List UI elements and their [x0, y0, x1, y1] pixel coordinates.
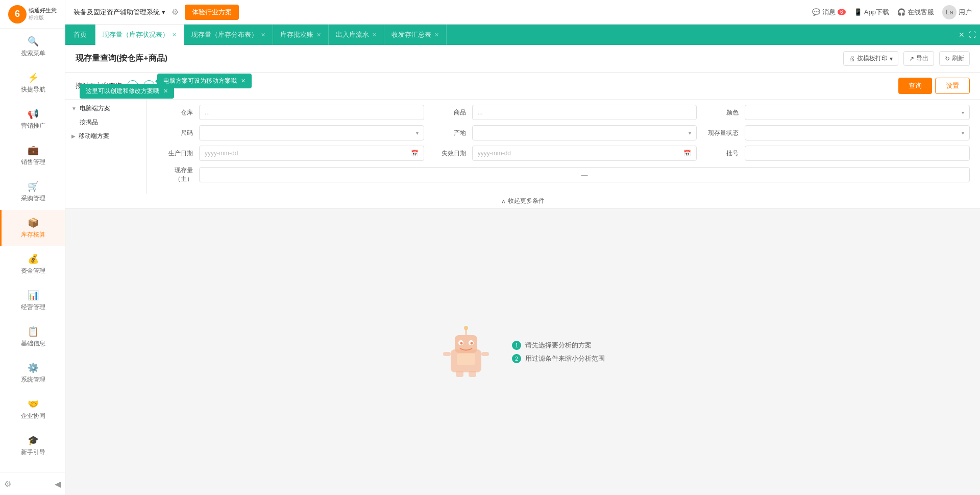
tree-item-mortage[interactable]: 按揭品: [65, 115, 146, 129]
sidebar-nav: 🔍 搜索菜单 ⚡ 快捷导航 📢 营销推广 💼 销售管理 🛒 采购管理 📦 库存核…: [0, 29, 65, 473]
create-tooltip-close[interactable]: ✕: [163, 88, 168, 95]
stock-status-label: 现存量状态: [703, 129, 739, 137]
settings-icon[interactable]: ⚙: [172, 7, 179, 17]
sidebar-item-enterprise[interactable]: 🤝 企业协同: [0, 391, 65, 428]
phone-icon: 📱: [854, 8, 862, 16]
tab-close-icon[interactable]: ✕: [316, 32, 321, 38]
page-actions: 🖨 按模板打印 ▾ ↗ 导出 ↻ 刷新: [843, 51, 970, 66]
stock-status-dropdown-icon: ▾: [962, 130, 964, 136]
sidebar-footer: ⚙ ◀: [0, 473, 65, 495]
tab-actions: ✕ ⛶: [954, 25, 980, 45]
message-label: 消息: [822, 8, 836, 17]
management-icon: 📊: [28, 290, 39, 301]
svg-rect-9: [481, 352, 489, 356]
tab-home-label: 首页: [74, 30, 87, 39]
refresh-button[interactable]: ↻ 刷新: [939, 51, 970, 66]
tree-item-mobile[interactable]: ▶ 移动端方案: [65, 129, 146, 143]
export-button[interactable]: ↗ 导出: [903, 51, 934, 66]
sidebar-item-management[interactable]: 📊 经营管理: [0, 282, 65, 319]
origin-dropdown-icon: ▾: [689, 130, 691, 136]
tab-close-icon[interactable]: ✕: [261, 32, 265, 38]
industry-button[interactable]: 体验行业方案: [185, 5, 239, 20]
search-icon: 🔍: [28, 36, 39, 47]
search-button[interactable]: 查询: [898, 78, 932, 94]
message-icon: 💬: [812, 8, 820, 16]
svg-rect-10: [456, 371, 463, 377]
sidebar-item-label: 资金管理: [21, 267, 45, 275]
tab-close-icon[interactable]: ✕: [372, 32, 377, 38]
tree-sub-label: 按揭品: [80, 118, 98, 127]
tab-inventory-status[interactable]: 现存量（库存状况表） ✕: [95, 25, 184, 45]
system-title-text: 装备及固定资产辅助管理系统: [74, 8, 160, 17]
tab-label: 现存量（库存分布表）: [191, 30, 258, 39]
sidebar: 6 畅通好生意 标准版 🔍 搜索菜单 ⚡ 快捷导航 📢 营销推广 💼 销售管理 …: [0, 0, 65, 495]
sidebar-item-sales[interactable]: 💼 销售管理: [0, 137, 65, 174]
set-button[interactable]: 设置: [935, 78, 970, 94]
production-date-input[interactable]: yyyy-mm-dd 📅: [199, 146, 424, 161]
settings-footer-icon[interactable]: ⚙: [4, 479, 11, 489]
user-item[interactable]: Ea 用户: [942, 5, 972, 19]
filter-body: ▼ 电脑端方案 按揭品 ▶ 移动端方案 这里可以创建和修改方案哦 ✕: [65, 100, 980, 194]
online-service-item[interactable]: 🎧 在线客服: [897, 8, 934, 17]
page-title: 现存量查询(按仓库+商品): [76, 53, 167, 64]
tab-stock-flow[interactable]: 出入库流水 ✕: [329, 25, 384, 45]
calendar-icon-2: 📅: [683, 150, 691, 157]
sidebar-item-marketing[interactable]: 📢 营销推广: [0, 101, 65, 137]
create-tooltip: 这里可以创建和修改方案哦 ✕: [80, 84, 174, 99]
sidebar-item-inventory[interactable]: 📦 库存核算: [0, 210, 65, 246]
empty-steps: 1 请先选择要分析的方案 2 用过滤条件来缩小分析范围: [512, 341, 605, 363]
size-select[interactable]: ▾: [199, 125, 424, 140]
svg-rect-8: [443, 352, 451, 356]
app-download-label: App下载: [864, 8, 889, 17]
expiry-date-input[interactable]: yyyy-mm-dd 📅: [472, 146, 697, 161]
collapse-sidebar-icon[interactable]: ◀: [55, 479, 61, 489]
tab-close-all-icon[interactable]: ✕: [959, 31, 965, 39]
tooltip-close-icon[interactable]: ✕: [241, 78, 246, 84]
filter-row-4: 现存量（主） —: [157, 166, 970, 183]
tab-label: 库存批次账: [280, 30, 313, 39]
color-select[interactable]: ▾: [745, 105, 970, 120]
sidebar-item-label: 营销推广: [21, 122, 45, 130]
template-print-button[interactable]: 🖨 按模板打印 ▾: [843, 51, 898, 66]
tree-item-pc[interactable]: ▼ 电脑端方案: [65, 102, 146, 115]
sidebar-item-guide[interactable]: 🎓 新手引导: [0, 428, 65, 464]
app-download-item[interactable]: 📱 App下载: [854, 8, 889, 17]
warehouse-input[interactable]: ...: [199, 105, 424, 120]
message-item[interactable]: 💬 消息 6: [812, 8, 846, 17]
empty-content: 1 请先选择要分析的方案 2 用过滤条件来缩小分析范围: [440, 324, 605, 380]
message-badge: 6: [838, 9, 846, 15]
filter-top-row: 按以下方案查询 + ↻ ← 电脑方案可设为移动方案哦 ✕ 查询 设置: [65, 73, 980, 100]
tab-close-icon[interactable]: ✕: [172, 32, 177, 38]
goods-input[interactable]: ...: [472, 105, 697, 120]
tab-home[interactable]: 首页: [65, 25, 95, 45]
page-header: 现存量查询(按仓库+商品) 🖨 按模板打印 ▾ ↗ 导出 ↻ 刷新: [65, 45, 980, 73]
sidebar-item-basic[interactable]: 📋 基础信息: [0, 319, 65, 355]
sidebar-item-purchase[interactable]: 🛒 采购管理: [0, 174, 65, 210]
batch-input[interactable]: [745, 146, 970, 161]
avatar-text: Ea: [946, 9, 953, 16]
tab-fullscreen-icon[interactable]: ⛶: [969, 31, 976, 39]
chevron-up-icon: ∧: [501, 198, 506, 205]
tab-close-icon[interactable]: ✕: [434, 32, 439, 38]
sidebar-item-system[interactable]: ⚙️ 系统管理: [0, 355, 65, 391]
tree-expand-icon: ▶: [71, 133, 76, 139]
tab-inventory-batch[interactable]: 库存批次账 ✕: [273, 25, 329, 45]
stock-main-range[interactable]: —: [199, 167, 970, 182]
sidebar-item-search[interactable]: 🔍 搜索菜单: [0, 29, 65, 65]
sidebar-item-quick[interactable]: ⚡ 快捷导航: [0, 65, 65, 101]
collapse-button[interactable]: ∧ 收起更多条件: [65, 194, 980, 208]
tab-label: 现存量（库存状况表）: [103, 30, 169, 39]
stock-status-select[interactable]: ▾: [745, 125, 970, 140]
quick-icon: ⚡: [28, 72, 39, 83]
tab-inventory-distribution[interactable]: 现存量（库存分布表） ✕: [184, 25, 273, 45]
filter-row-2: 尺码 ▾ 产地 ▾ 现存量状态 ▾: [157, 125, 970, 140]
origin-select[interactable]: ▾: [472, 125, 697, 140]
goods-label: 商品: [430, 108, 466, 117]
sidebar-item-finance[interactable]: 💰 资金管理: [0, 246, 65, 282]
sales-icon: 💼: [28, 145, 39, 156]
header-right: 💬 消息 6 📱 App下载 🎧 在线客服 Ea 用户: [812, 5, 972, 19]
export-icon: ↗: [909, 55, 914, 62]
step-2-text: 用过滤条件来缩小分析范围: [525, 354, 605, 363]
system-title-dropdown[interactable]: 装备及固定资产辅助管理系统 ▾: [74, 8, 165, 17]
tab-receipt-summary[interactable]: 收发存汇总表 ✕: [384, 25, 447, 45]
